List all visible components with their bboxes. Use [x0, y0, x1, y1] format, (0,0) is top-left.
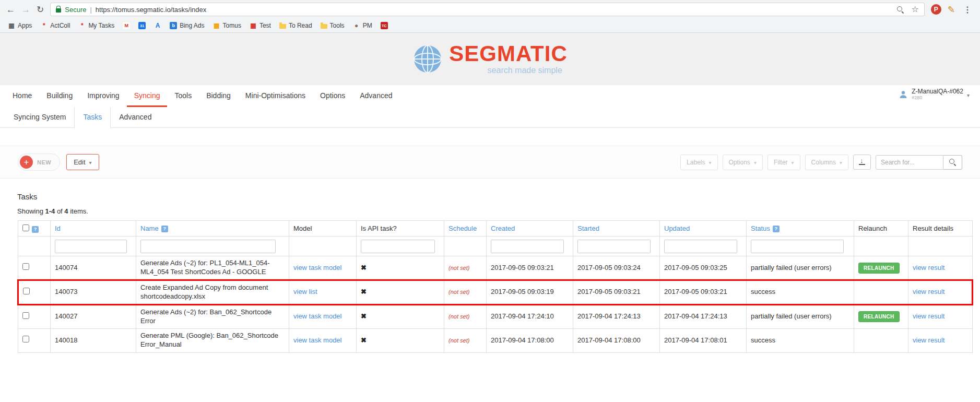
subnav-item-tasks[interactable]: Tasks	[74, 107, 111, 128]
bookmark-star-icon[interactable]: ☆	[911, 5, 918, 14]
columns-dropdown-button[interactable]: Columns	[805, 155, 848, 170]
extension-pencil-icon[interactable]: ✎	[948, 5, 955, 14]
nav-item-tools[interactable]: Tools	[167, 85, 199, 107]
bookmark-pm[interactable]: ●PM	[349, 20, 376, 31]
filter-input-created[interactable]	[491, 240, 564, 253]
extension-p-icon[interactable]: P	[931, 4, 941, 15]
browser-menu-icon[interactable]: ⋮	[961, 5, 974, 15]
col-header-label[interactable]: Started	[577, 224, 599, 232]
bookmark-label: Apps	[18, 22, 32, 29]
model-link[interactable]: view task model	[293, 336, 341, 344]
nav-item-mini-optimisations[interactable]: Mini-Optimisations	[238, 85, 313, 107]
logo-tagline: search made simple	[449, 66, 568, 75]
labels-dropdown-button[interactable]: Labels	[680, 155, 717, 170]
url-text: https://tomus.segmatic.io/tasks/index	[96, 6, 894, 14]
back-button[interactable]: ←	[6, 5, 15, 14]
cell-is-api-task: ✖	[357, 256, 444, 280]
help-icon[interactable]	[32, 226, 39, 233]
bookmark-tools[interactable]: Tools	[317, 20, 348, 31]
filter-input-status[interactable]	[751, 240, 844, 253]
model-link[interactable]: view task model	[293, 264, 341, 271]
address-bar[interactable]: Secure | https://tomus.segmatic.io/tasks…	[50, 3, 925, 16]
schedule-not-set: (not set)	[448, 289, 469, 295]
cell-updated: 2017-09-05 09:03:21	[660, 280, 747, 305]
filter-cell-relaunch	[854, 237, 908, 256]
bookmark-label: To Read	[289, 22, 312, 29]
col-header-label[interactable]: Name	[140, 224, 159, 232]
bookmark-apps[interactable]: ▦Apps	[4, 20, 36, 31]
bookmark-label: My Tasks	[88, 22, 114, 29]
relaunch-button[interactable]: RELAUNCH	[858, 263, 900, 274]
content-area: Tasks Showing 1-4 of 4 items. IdNameMode…	[0, 179, 980, 353]
nav-item-home[interactable]: Home	[5, 85, 39, 107]
reload-button[interactable]: ↻	[37, 5, 44, 14]
nav-item-building[interactable]: Building	[39, 85, 80, 107]
col-header-label[interactable]: Id	[55, 224, 61, 232]
filter-input-updated[interactable]	[664, 240, 737, 253]
filter-cell-model	[289, 237, 357, 256]
bookmark-bing-ads[interactable]: bBing Ads	[166, 20, 208, 31]
options-dropdown-button[interactable]: Options	[723, 155, 763, 170]
bookmark-my-tasks[interactable]: *My Tasks	[75, 20, 118, 31]
view-result-link[interactable]: view result	[913, 336, 944, 344]
row-checkbox[interactable]	[22, 336, 29, 342]
cell-schedule: (not set)	[444, 280, 487, 305]
new-button[interactable]: + NEW	[18, 153, 60, 171]
table-filter-row	[18, 237, 973, 256]
view-result-link[interactable]: view result	[913, 288, 944, 295]
bookmark-calendar-icon[interactable]: 31	[135, 20, 149, 31]
edit-dropdown-button[interactable]: Edit	[66, 154, 99, 170]
download-button[interactable]	[853, 155, 871, 170]
filter-dropdown-button[interactable]: Filter	[768, 155, 800, 170]
help-icon[interactable]	[773, 226, 780, 232]
bookmark-gmail-icon[interactable]: M	[119, 20, 134, 31]
filter-input-started[interactable]	[577, 240, 651, 253]
bookmark-actcoll[interactable]: *ActColl	[37, 20, 74, 31]
nav-item-improving[interactable]: Improving	[80, 85, 126, 107]
browser-chrome: ← → ↻ Secure | https://tomus.segmatic.io…	[0, 0, 980, 33]
search-input[interactable]	[876, 155, 943, 170]
row-checkbox[interactable]	[22, 263, 29, 270]
task-row-140018: 140018Generate PML (Google): Ban_062_Sho…	[18, 328, 973, 352]
select-all-checkbox[interactable]	[22, 224, 29, 231]
subnav-item-syncing-system[interactable]: Syncing System	[5, 107, 74, 127]
bookmark-test[interactable]: ▦Test	[246, 20, 275, 31]
results-summary: Showing 1-4 of 4 items.	[17, 207, 972, 215]
view-result-link[interactable]: view result	[913, 264, 944, 271]
nav-item-syncing[interactable]: Syncing	[127, 85, 168, 107]
filter-input-is-api-task[interactable]	[361, 240, 435, 253]
dropdown-label: Labels	[687, 159, 705, 166]
col-header-label[interactable]: Status	[751, 224, 770, 232]
my-tasks-icon: *	[78, 22, 86, 29]
row-checkbox[interactable]	[22, 312, 29, 319]
relaunch-button[interactable]: RELAUNCH	[858, 311, 900, 322]
bookmark-tc-icon[interactable]: TC	[377, 20, 392, 31]
nav-item-bidding[interactable]: Bidding	[199, 85, 238, 107]
forward-button[interactable]: →	[21, 5, 30, 14]
row-checkbox[interactable]	[23, 288, 30, 294]
help-icon[interactable]	[161, 226, 168, 232]
bookmark-tomus[interactable]: ▦Tomus	[209, 20, 245, 31]
nav-item-options[interactable]: Options	[313, 85, 352, 107]
bookmark-to-read[interactable]: To Read	[276, 20, 316, 31]
subnav-item-advanced[interactable]: Advanced	[111, 107, 160, 127]
search-button[interactable]	[943, 155, 962, 170]
cell-select	[18, 304, 51, 328]
zoom-icon[interactable]	[897, 6, 904, 13]
bookmark-analytics-icon[interactable]: A	[150, 20, 165, 31]
view-result-link[interactable]: view result	[913, 312, 944, 320]
cell-created: 2017-09-04 17:24:10	[487, 304, 573, 328]
model-link[interactable]: view task model	[293, 312, 341, 320]
filter-input-id[interactable]	[55, 240, 127, 253]
col-header-label[interactable]: Updated	[664, 224, 690, 232]
filter-input-name[interactable]	[140, 240, 276, 253]
col-header-label[interactable]: Schedule	[448, 224, 477, 232]
user-menu[interactable]: Z-ManualQA-#062 #280	[899, 88, 970, 100]
model-link[interactable]: view list	[293, 288, 317, 295]
cell-relaunch	[854, 280, 908, 305]
actcoll-icon: *	[40, 22, 48, 29]
col-header-label[interactable]: Created	[491, 224, 515, 232]
col-header-id: Id	[51, 221, 136, 237]
nav-item-advanced[interactable]: Advanced	[352, 85, 399, 107]
dropdown-label: Columns	[811, 159, 836, 166]
